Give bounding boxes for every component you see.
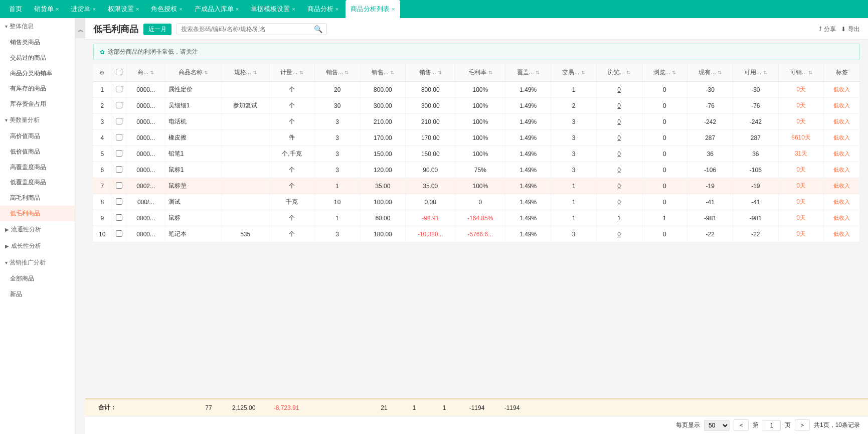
- sidebar-item-new-products[interactable]: 新品: [0, 286, 75, 302]
- th-stock1: 现有... ⇅: [687, 64, 733, 81]
- cell-browse1[interactable]: 0: [596, 130, 642, 146]
- sidebar-item-in-stock[interactable]: 有库存的商品: [0, 81, 75, 96]
- cell-checkbox[interactable]: [111, 210, 126, 226]
- th-sale2: 销售... ⇅: [360, 64, 406, 81]
- nav-template-settings[interactable]: 单据模板设置 ×: [246, 0, 300, 18]
- cell-name[interactable]: 电话机: [165, 114, 221, 130]
- nav-analysis-list[interactable]: 商品分析列表 ×: [345, 0, 400, 18]
- cell-checkbox[interactable]: [111, 114, 126, 130]
- section-growth[interactable]: ▶ 成长性分析: [0, 238, 75, 254]
- sidebar-item-low-value[interactable]: 低价值商品: [0, 144, 75, 160]
- cell-browse1[interactable]: 0: [596, 98, 642, 114]
- cell-code: 0000...: [126, 210, 165, 226]
- cell-browse2: 0: [642, 226, 687, 242]
- cell-name[interactable]: 鼠标垫: [165, 178, 221, 194]
- page-number-input[interactable]: [763, 420, 781, 430]
- close-purchase-icon[interactable]: ×: [92, 6, 95, 12]
- cell-name[interactable]: 铅笔1: [165, 146, 221, 162]
- sidebar-item-capital[interactable]: 库存资金占用: [0, 96, 75, 112]
- nav-product-analysis[interactable]: 商品分析 ×: [302, 0, 343, 18]
- cell-checkbox[interactable]: [111, 162, 126, 178]
- cell-stock3: 0天: [778, 81, 824, 98]
- cell-unit: 个: [269, 226, 315, 242]
- sidebar-collapse-button[interactable]: 《: [75, 18, 85, 38]
- close-template-icon[interactable]: ×: [292, 6, 295, 12]
- cell-checkbox[interactable]: [111, 194, 126, 210]
- settings-icon[interactable]: ⚙: [99, 69, 105, 76]
- cell-tag: 低收入: [824, 162, 860, 178]
- cell-spec: [222, 194, 269, 210]
- sidebar-item-high-margin[interactable]: 高毛利商品: [0, 190, 75, 206]
- per-page-select[interactable]: 50 100: [704, 420, 730, 431]
- close-permissions-icon[interactable]: ×: [136, 6, 139, 12]
- section-marketing[interactable]: ▾ 营销推广分析: [0, 254, 75, 271]
- row-checkbox[interactable]: [116, 230, 122, 237]
- row-checkbox[interactable]: [116, 150, 122, 157]
- prev-page-button[interactable]: ＜: [734, 419, 749, 431]
- sidebar-item-high-value[interactable]: 高价值商品: [0, 128, 75, 144]
- cell-checkbox[interactable]: [111, 81, 126, 98]
- section-quantity[interactable]: ▾ 美数量分析: [0, 112, 75, 128]
- nav-roles[interactable]: 角色授权 ×: [146, 0, 187, 18]
- cell-browse1[interactable]: 0: [596, 162, 642, 178]
- cell-checkbox[interactable]: [111, 98, 126, 114]
- row-checkbox[interactable]: [116, 182, 122, 189]
- nav-purchase[interactable]: 进货单 ×: [66, 0, 100, 18]
- sidebar-item-high-coverage[interactable]: 高覆盖度商品: [0, 160, 75, 175]
- next-page-button[interactable]: ＞: [795, 419, 810, 431]
- search-icon[interactable]: 🔍: [314, 25, 322, 33]
- th-settings[interactable]: ⚙: [93, 64, 111, 81]
- row-checkbox[interactable]: [116, 166, 122, 173]
- cell-browse1[interactable]: 0: [596, 226, 642, 242]
- nav-home[interactable]: 首页: [4, 0, 27, 18]
- cell-checkbox[interactable]: [111, 226, 126, 242]
- select-all-checkbox[interactable]: [116, 69, 122, 75]
- sidebar-item-low-coverage[interactable]: 低覆盖度商品: [0, 175, 75, 190]
- export-button[interactable]: ⬇ 导出: [841, 25, 860, 34]
- sidebar-item-sales-products[interactable]: 销售类商品: [0, 35, 75, 50]
- row-checkbox[interactable]: [116, 198, 122, 205]
- cell-browse1[interactable]: 0: [596, 178, 642, 194]
- cell-checkbox[interactable]: [111, 130, 126, 146]
- cell-checkbox[interactable]: [111, 178, 126, 194]
- cell-name[interactable]: 鼠标1: [165, 162, 221, 178]
- row-checkbox[interactable]: [116, 102, 122, 108]
- table-wrapper[interactable]: ⚙ 商... ⇅ 商品名称 ⇅ 规格... ⇅ 计量... ⇅ 销售... ⇅ …: [85, 64, 868, 398]
- cell-name[interactable]: 橡皮擦: [165, 130, 221, 146]
- cell-browse1[interactable]: 1: [596, 210, 642, 226]
- cell-name[interactable]: 吴细细1: [165, 98, 221, 114]
- section-flow[interactable]: ▶ 流通性分析: [0, 221, 75, 238]
- row-checkbox[interactable]: [116, 118, 122, 124]
- sidebar-item-all-products[interactable]: 全部商品: [0, 271, 75, 286]
- close-roles-icon[interactable]: ×: [179, 6, 182, 12]
- filter-period-button[interactable]: 近一月: [143, 24, 171, 35]
- cell-checkbox[interactable]: [111, 146, 126, 162]
- close-sales-icon[interactable]: ×: [56, 6, 59, 12]
- cell-browse1[interactable]: 0: [596, 146, 642, 162]
- cell-browse1[interactable]: 0: [596, 194, 642, 210]
- share-button[interactable]: ⤴ 分享: [819, 25, 836, 34]
- table-row: 6 0000... 鼠标1 个 3 120.00 90.00 75% 1.49%…: [93, 162, 860, 178]
- sidebar-item-traded[interactable]: 交易过的商品: [0, 50, 75, 66]
- cell-num: 3: [93, 114, 111, 130]
- sidebar-item-low-margin[interactable]: 低毛利商品: [0, 206, 75, 221]
- cell-name[interactable]: 测试: [165, 194, 221, 210]
- cell-name[interactable]: 鼠标: [165, 210, 221, 226]
- close-product-entry-icon[interactable]: ×: [236, 6, 239, 12]
- sidebar-item-category-rate[interactable]: 商品分类助销率: [0, 66, 75, 81]
- section-overall[interactable]: ▾ 整体信息: [0, 18, 75, 35]
- nav-product-entry[interactable]: 产成品入库单 ×: [190, 0, 244, 18]
- cell-browse1[interactable]: 0: [596, 81, 642, 98]
- cell-name[interactable]: 笔记本: [165, 226, 221, 242]
- row-checkbox[interactable]: [116, 214, 122, 221]
- nav-permissions[interactable]: 权限设置 ×: [103, 0, 144, 18]
- cell-name[interactable]: 属性定价: [165, 81, 221, 98]
- th-checkbox[interactable]: [111, 64, 126, 81]
- row-checkbox[interactable]: [116, 134, 122, 140]
- nav-sales[interactable]: 销货单 ×: [29, 0, 64, 18]
- close-list-icon[interactable]: ×: [392, 6, 395, 12]
- row-checkbox[interactable]: [116, 86, 122, 92]
- search-input[interactable]: [181, 26, 314, 33]
- close-analysis-icon[interactable]: ×: [335, 6, 338, 12]
- cell-browse1[interactable]: 0: [596, 114, 642, 130]
